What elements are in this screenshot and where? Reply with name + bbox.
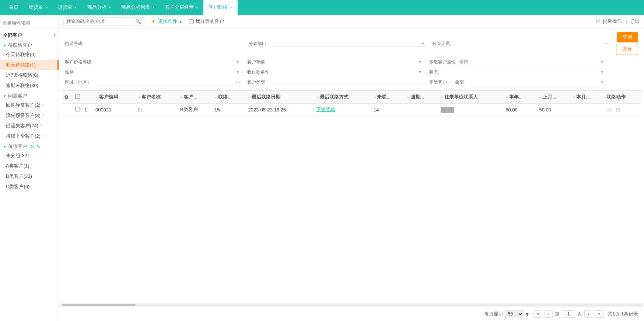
value-refresh-icon[interactable]: ↻ xyxy=(30,144,34,149)
sidebar-c-class[interactable]: C类客户(6) xyxy=(0,182,59,192)
filter-search-input[interactable] xyxy=(67,19,135,24)
value-edit-icon[interactable]: ✎ xyxy=(36,144,41,149)
division-person-select[interactable]: ··· xyxy=(456,40,610,47)
row-checkbox[interactable] xyxy=(75,107,80,111)
division-person-dots[interactable]: ··· xyxy=(605,41,609,46)
division-person-label: 分管人员 xyxy=(432,41,454,47)
cell-last-contact-method[interactable]: 下销货单 xyxy=(314,104,371,116)
th-current-year[interactable]: ≡本年... xyxy=(503,91,537,104)
cell-checkbox[interactable] xyxy=(73,104,82,116)
phone-input[interactable] xyxy=(89,40,243,47)
sidebar-repurchase-abnormal[interactable]: 回购异常客户(2) ? xyxy=(0,100,59,110)
nav-product-analysis-close[interactable]: × xyxy=(109,5,111,10)
payment-terms-select[interactable]: ▼ xyxy=(272,69,424,75)
cell-current-month xyxy=(571,104,604,116)
nav-purchase-order[interactable]: 进货单 × xyxy=(53,0,82,15)
nav-customer-tier-close[interactable]: × xyxy=(196,5,198,10)
th-contact-person[interactable]: ≡往来单位联系人 xyxy=(438,91,503,104)
action-grid-icon[interactable]: ⊞ xyxy=(616,107,620,113)
page-number-input[interactable] xyxy=(562,310,575,318)
nav-customer-tier[interactable]: 客户分层经营 × xyxy=(160,0,203,15)
nav-sales-order-close[interactable]: × xyxy=(45,5,48,10)
sidebar-churn-warning[interactable]: 流失预警客户(3) ? xyxy=(0,110,59,121)
customer-type-select[interactable] xyxy=(272,82,424,83)
sidebar-ungrouped[interactable]: 未分组(32) xyxy=(0,151,59,161)
page-size-select[interactable]: 2050100200 xyxy=(505,310,524,318)
th-overdue[interactable]: ≡逾期... xyxy=(405,91,438,104)
filter-search-icon[interactable]: 🔍 xyxy=(135,19,141,24)
next-page-btn[interactable]: › xyxy=(584,310,592,318)
nav-customer-contact[interactable]: 客户联络 × xyxy=(203,0,237,15)
cell-contact-person: ████ xyxy=(438,104,503,116)
scrollbar-track[interactable] xyxy=(62,304,641,306)
nav-purchase-order-close[interactable]: × xyxy=(74,5,77,10)
nav-customer-contact-close[interactable]: × xyxy=(230,5,232,10)
gender-select[interactable]: ▼ xyxy=(89,69,241,75)
query-btn[interactable]: 查询 xyxy=(617,32,638,42)
more-conditions-btn[interactable]: ▼ 更多条件 ▲ xyxy=(148,17,185,26)
sidebar-b-class[interactable]: B类客户(33) xyxy=(0,171,59,182)
contact-method-link[interactable]: 下销货单 xyxy=(316,107,335,112)
export-btn[interactable]: ↑ 导出 xyxy=(626,18,640,25)
select-all-checkbox[interactable] xyxy=(75,94,80,99)
horizontal-scrollbar[interactable] xyxy=(59,303,644,307)
help-icon-4[interactable]: ? xyxy=(42,134,44,138)
pending-group-label: 待联络客户 xyxy=(8,42,32,49)
sidebar-search-box[interactable]: 🔍 xyxy=(0,18,59,28)
th-last-contact-date[interactable]: ≡最后联络日期 xyxy=(246,91,314,104)
price-level-select[interactable]: ▼ xyxy=(94,59,241,65)
division-dept-select[interactable]: ▼ xyxy=(273,41,427,47)
sidebar-7days-pending[interactable]: 近7天待联络(0) xyxy=(0,70,59,80)
nav-product-analysis-list-close[interactable]: × xyxy=(152,5,154,10)
nav-home[interactable]: 首页 xyxy=(4,0,24,15)
scrollbar-thumb[interactable] xyxy=(62,304,136,306)
help-icon-2[interactable]: ? xyxy=(42,113,44,118)
th-code[interactable]: ≡客户编码 xyxy=(93,91,136,104)
all-customers-section[interactable]: 全部客户 《 xyxy=(0,31,59,40)
sidebar-tomorrow-pending[interactable]: 明天待联络(1) xyxy=(0,60,59,70)
sidebar-a-class[interactable]: A类客户(1) xyxy=(0,161,59,171)
settings-icon[interactable]: ⚙ xyxy=(64,94,69,100)
setting-btn[interactable]: 设置 xyxy=(616,44,638,55)
my-customers-checkbox-label[interactable]: 我分管的客户 xyxy=(189,18,224,25)
first-page-btn[interactable]: « xyxy=(533,310,543,318)
prev-page-btn[interactable]: ‹ xyxy=(545,310,553,318)
batch-op-btn[interactable]: ☑ 批量操作 xyxy=(596,18,622,25)
phone-label: 电话号码 xyxy=(65,41,87,47)
last-page-btn[interactable]: » xyxy=(595,310,604,318)
nav-product-analysis[interactable]: 商品分析 × xyxy=(82,0,116,15)
help-icon-1[interactable]: ? xyxy=(42,103,44,107)
sidebar-today-pending[interactable]: 今天待联络(0) xyxy=(0,49,59,60)
customer-level-arrow: ▼ xyxy=(418,60,422,64)
sidebar-search-input[interactable] xyxy=(3,20,58,25)
sidebar-declining[interactable]: 持续下滑客户(2) ? xyxy=(0,131,59,141)
problem-triangle-icon: ▼ xyxy=(3,94,7,98)
nav-sales-order[interactable]: 销货单 × xyxy=(24,0,53,15)
th-last-month[interactable]: ≡上月... xyxy=(537,91,570,104)
retail-attr-select[interactable]: 全部 ▼ xyxy=(458,58,606,66)
help-icon-3[interactable]: ? xyxy=(40,124,42,128)
page-size-label: 每页显示 xyxy=(484,311,503,317)
filter-icon: ▼ xyxy=(151,19,156,24)
sidebar-overdue-uncontacted[interactable]: 逾期未联络(30) xyxy=(0,80,59,91)
th-current-month[interactable]: ≡本月... xyxy=(571,91,604,104)
th-uncontacted[interactable]: ≡未联... xyxy=(371,91,405,104)
action-phone-icon[interactable]: ☏ xyxy=(606,107,613,113)
customer-level-select[interactable]: ▼ xyxy=(272,59,424,65)
region-dots[interactable]: ··· xyxy=(236,80,240,85)
export-icon: ↑ xyxy=(626,19,628,24)
region-select[interactable]: ··· xyxy=(94,79,241,86)
my-customers-checkbox[interactable] xyxy=(189,19,194,24)
th-contacts[interactable]: ≡联络... xyxy=(212,91,246,104)
retail-customer-select[interactable]: 全部 ▼ xyxy=(454,78,606,86)
th-last-contact-method[interactable]: ≡最后联络方式 xyxy=(314,91,371,104)
status-select[interactable]: ▼ xyxy=(454,69,606,75)
th-name[interactable]: ≡客户名称 xyxy=(136,91,178,104)
nav-product-analysis-list-label: 商品分析列表 xyxy=(121,4,150,11)
sidebar-collapse-icon[interactable]: 《 xyxy=(51,32,56,39)
status-label: 状态 xyxy=(429,69,451,75)
filter-search-box[interactable]: 🔍 xyxy=(63,17,144,26)
th-type[interactable]: ≡客户... xyxy=(178,91,212,104)
nav-product-analysis-list[interactable]: 商品分析列表 × xyxy=(116,0,160,15)
sidebar-churned[interactable]: 已流失客户(24) ? xyxy=(0,121,59,131)
